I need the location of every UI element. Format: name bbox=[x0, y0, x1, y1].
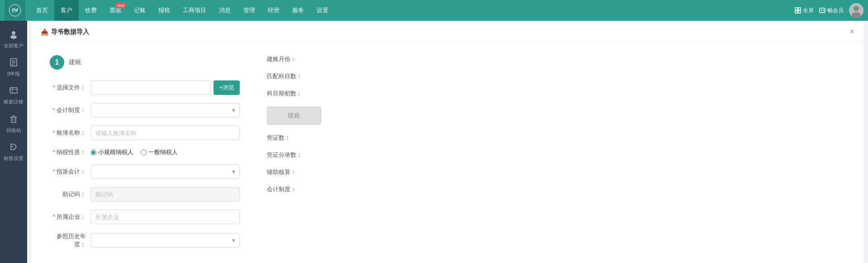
fullscreen-btn[interactable]: 全屏 bbox=[795, 7, 814, 14]
company-label: 所属企业： bbox=[50, 213, 90, 221]
file-row: 选择文件： +浏览 bbox=[50, 80, 240, 95]
submit-area: 建账 bbox=[267, 107, 845, 125]
svg-point-26 bbox=[12, 146, 13, 147]
memo-code-input[interactable] bbox=[90, 187, 240, 202]
all-customers-label: 全部客户 bbox=[4, 43, 24, 49]
auxiliary-label: 辅助核算： bbox=[267, 168, 312, 176]
nav-item-tax[interactable]: 报税 bbox=[152, 0, 176, 21]
file-label: 选择文件： bbox=[50, 84, 90, 92]
accounting-system-row: 会计制度： ▼ bbox=[50, 103, 240, 117]
voucher-label: 凭证数： bbox=[267, 134, 312, 142]
nav-item-settings[interactable]: 设置 bbox=[310, 0, 335, 21]
tax-type-label: 纳税性质： bbox=[50, 148, 90, 156]
history-year-row: 参照历史年度： ▼ bbox=[50, 232, 240, 249]
form-left: 1 建账 选择文件： +浏览 会计制度： bbox=[50, 55, 240, 257]
nav-item-home[interactable]: 首页 bbox=[30, 0, 54, 21]
accounting-system-select-wrapper: ▼ bbox=[90, 103, 240, 117]
step-label: 建账 bbox=[69, 58, 81, 66]
file-input[interactable] bbox=[90, 80, 211, 95]
accountant-select[interactable] bbox=[90, 164, 240, 179]
match-label: 匹配科目数： bbox=[267, 72, 312, 80]
declare-icon bbox=[9, 58, 18, 69]
import-icon: 📥 bbox=[41, 28, 48, 36]
all-customers-icon bbox=[9, 30, 18, 41]
declare-label: 0申报 bbox=[7, 71, 20, 77]
play-icon bbox=[819, 7, 825, 14]
top-nav: 首页 客户 收费 票据 new 记账 报税 工商项目 消息 管理 经营 服务 设… bbox=[0, 0, 868, 21]
accounting-system-select[interactable] bbox=[90, 103, 240, 117]
nav-item-message[interactable]: 消息 bbox=[213, 0, 237, 21]
form-layout: 1 建账 选择文件： +浏览 会计制度： bbox=[50, 55, 845, 257]
ledger-name-input[interactable] bbox=[90, 126, 240, 140]
svg-rect-21 bbox=[11, 117, 16, 122]
member-btn[interactable]: 畅会员 bbox=[819, 7, 844, 14]
browse-button[interactable]: +浏览 bbox=[213, 80, 240, 95]
avatar-icon bbox=[849, 3, 863, 18]
right-field-month: 建账月份： bbox=[267, 55, 845, 63]
svg-point-6 bbox=[821, 10, 822, 11]
company-input[interactable] bbox=[90, 210, 240, 224]
nav-item-customer[interactable]: 客户 bbox=[54, 0, 79, 21]
accounting-system-label: 会计制度： bbox=[50, 106, 90, 114]
svg-rect-2 bbox=[798, 8, 801, 10]
initial-label: 科目期初数： bbox=[267, 89, 312, 98]
sidebar-item-declare[interactable]: 0申报 bbox=[0, 53, 27, 81]
history-year-select[interactable] bbox=[90, 233, 240, 248]
sidebar: 全部客户 0申报 账套迁移 bbox=[0, 21, 27, 263]
history-year-label: 参照历史年度： bbox=[50, 232, 90, 249]
dialog-title: 📥 导爷数据导入 bbox=[41, 28, 89, 36]
right-controls: 全屏 畅会员 bbox=[795, 3, 863, 18]
dialog-header: 📥 导爷数据导入 × bbox=[32, 21, 863, 42]
logo[interactable] bbox=[5, 0, 25, 21]
dialog-panel: 📥 导爷数据导入 × 1 建账 选择文件： bbox=[32, 21, 863, 263]
ledger-name-label: 账簿名称： bbox=[50, 129, 90, 137]
step-header: 1 建账 bbox=[50, 55, 240, 70]
history-year-select-wrapper: ▼ bbox=[90, 233, 240, 248]
sidebar-item-migrate[interactable]: 账套迁移 bbox=[0, 81, 27, 109]
fullscreen-icon bbox=[795, 7, 801, 14]
right-field-initial: 科目期初数： bbox=[267, 89, 845, 98]
submit-button[interactable]: 建账 bbox=[267, 107, 321, 125]
svg-point-0 bbox=[9, 5, 21, 16]
nav-item-operation[interactable]: 经营 bbox=[261, 0, 286, 21]
svg-point-13 bbox=[10, 35, 17, 39]
nav-item-manage[interactable]: 管理 bbox=[237, 0, 261, 21]
tax-type-radio-group: 小规模纳税人 一般纳税人 bbox=[90, 148, 240, 156]
voucher-entry-label: 凭证分录数： bbox=[267, 151, 312, 159]
form-right: 建账月份： 匹配科目数： 科目期初数： 建账 bbox=[240, 55, 845, 257]
nav-item-service[interactable]: 服务 bbox=[286, 0, 310, 21]
svg-rect-1 bbox=[795, 8, 797, 10]
migrate-label: 账套迁移 bbox=[4, 99, 24, 105]
nav-item-fee[interactable]: 收费 bbox=[79, 0, 103, 21]
accountant-select-wrapper: ▼ bbox=[90, 164, 240, 179]
accountant-label: 指派会计： bbox=[50, 168, 90, 176]
right-field-voucher-entry: 凭证分录数： bbox=[267, 151, 845, 159]
nav-item-ticket[interactable]: 票据 new bbox=[103, 0, 128, 21]
migrate-icon bbox=[9, 86, 18, 97]
tag-icon bbox=[9, 142, 18, 154]
svg-line-7 bbox=[823, 9, 825, 10]
tax-general-radio[interactable]: 一般纳税人 bbox=[141, 148, 178, 156]
right-field-match: 匹配科目数： bbox=[267, 72, 845, 80]
svg-rect-18 bbox=[10, 88, 17, 93]
sidebar-item-all-customers[interactable]: 全部客户 bbox=[0, 25, 27, 53]
sidebar-item-tag-settings[interactable]: 标签设置 bbox=[0, 138, 27, 166]
svg-rect-4 bbox=[798, 11, 801, 13]
tag-label: 标签设置 bbox=[4, 155, 24, 161]
month-label: 建账月份： bbox=[267, 55, 312, 63]
file-input-group: +浏览 bbox=[90, 80, 240, 95]
accountant-row: 指派会计： ▼ bbox=[50, 164, 240, 179]
close-button[interactable]: × bbox=[849, 27, 854, 37]
accounting-system2-label: 会计制度： bbox=[267, 185, 312, 193]
svg-point-12 bbox=[12, 31, 15, 35]
nav-item-business[interactable]: 工商项目 bbox=[176, 0, 213, 21]
memo-code-row: 助记码： bbox=[50, 187, 240, 202]
sidebar-item-trash[interactable]: 回收站 bbox=[0, 110, 27, 138]
right-field-accounting-system2: 会计制度： bbox=[267, 185, 845, 193]
tax-small-radio[interactable]: 小规模纳税人 bbox=[90, 148, 133, 156]
avatar[interactable] bbox=[849, 3, 863, 18]
nav-item-bookkeeping[interactable]: 记账 bbox=[128, 0, 152, 21]
nav-items: 首页 客户 收费 票据 new 记账 报税 工商项目 消息 管理 经营 服务 设… bbox=[30, 0, 795, 21]
step-circle: 1 bbox=[50, 55, 64, 70]
main-content: 📥 导爷数据导入 × 1 建账 选择文件： bbox=[27, 21, 868, 263]
